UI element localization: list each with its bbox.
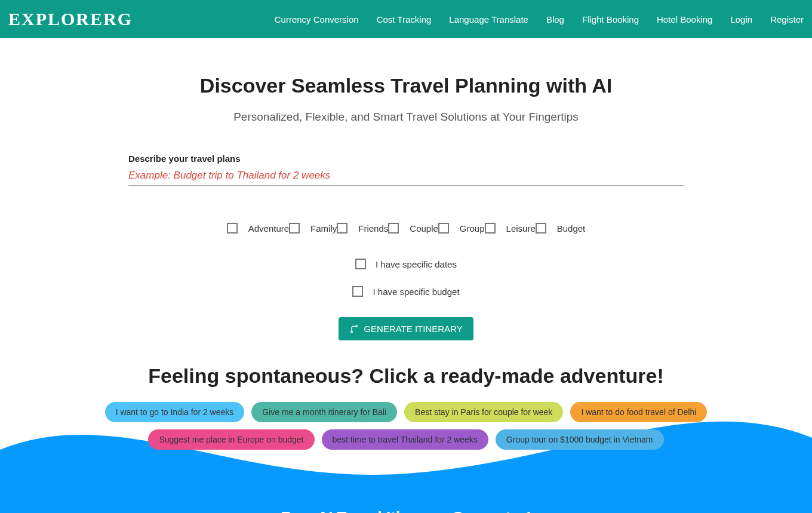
checkbox-specific-dates[interactable] [355,259,366,269]
plan-form: Describe your travel plans [128,153,684,186]
specific-budget-row: I have specific budget [0,286,812,297]
chip-vietnam-group[interactable]: Group tour on $1000 budget in Vietnam [496,429,664,450]
checkbox-family[interactable] [289,223,300,234]
label-leisure: Leisure [506,223,536,234]
nav-language-translate[interactable]: Language Translate [449,14,528,24]
checkbox-adventure[interactable] [227,223,238,234]
label-friends: Friends [358,223,388,234]
checkbox-leisure[interactable] [485,223,496,234]
checkbox-group[interactable] [438,223,449,234]
nav-currency-conversion[interactable]: Currency Conversion [275,14,359,24]
label-specific-dates: I have specific dates [376,259,457,269]
svg-point-1 [356,325,358,327]
nav-flight-booking[interactable]: Flight Booking [582,14,639,24]
svg-point-0 [351,331,353,333]
chip-paris-couple[interactable]: Best stay in Paris for couple for week [404,402,563,422]
chip-india-2-weeks[interactable]: I want to go to India for 2 weeks [105,402,245,422]
chip-europe-budget[interactable]: Suggest me place in Europe on budget [148,429,314,450]
nav-blog[interactable]: Blog [546,14,564,24]
label-adventure: Adventure [248,223,289,234]
specific-dates-row: I have specific dates [0,259,812,269]
label-couple: Couple [410,223,438,234]
hero-title: Discover Seamless Travel Planning with A… [0,74,812,97]
header: EXPLORERG Currency Conversion Cost Track… [0,0,812,38]
brand-logo[interactable]: EXPLORERG [8,9,133,29]
suggestion-chips: I want to go to India for 2 weeks Give m… [0,402,812,450]
info-title: Free AI Travel Itinerary Generator! [24,496,788,513]
chip-bali-month[interactable]: Give me a month itinerary for Bali [251,402,397,422]
route-icon [349,324,359,334]
chip-thailand-best-time[interactable]: best time to travel Thailand for 2 weeks [322,429,488,450]
label-family: Family [310,223,337,234]
nav-register[interactable]: Register [770,14,804,24]
checkbox-specific-budget[interactable] [352,286,363,297]
travel-input-label: Describe your travel plans [128,153,684,164]
hero-subtitle: Personalized, Flexible, and Smart Travel… [0,110,812,124]
nav-login[interactable]: Login [730,14,752,24]
travel-plans-input[interactable] [128,164,684,186]
generate-itinerary-button[interactable]: GENERATE ITINERARY [339,317,473,340]
nav-cost-tracking[interactable]: Cost Tracking [377,14,432,24]
spontaneous-title: Feeling spontaneous? Click a ready-made … [0,364,812,388]
label-group: Group [460,223,485,234]
checkbox-friends[interactable] [337,223,347,234]
main-nav: Currency Conversion Cost Tracking Langua… [275,14,804,24]
checkbox-budget[interactable] [536,223,546,234]
trip-tags-row: Adventure Family Friends Couple Group Le… [0,223,812,234]
info-section: Free AI Travel Itinerary Generator! Unle… [0,496,812,513]
nav-hotel-booking[interactable]: Hotel Booking [657,14,712,24]
chip-delhi-food[interactable]: I want to do food travel of Delhi [570,402,707,422]
checkbox-couple[interactable] [388,223,399,234]
label-specific-budget: I have specific budget [373,287,459,297]
generate-button-label: GENERATE ITINERARY [364,324,462,334]
hero: Discover Seamless Travel Planning with A… [0,38,812,124]
label-budget: Budget [557,223,586,234]
